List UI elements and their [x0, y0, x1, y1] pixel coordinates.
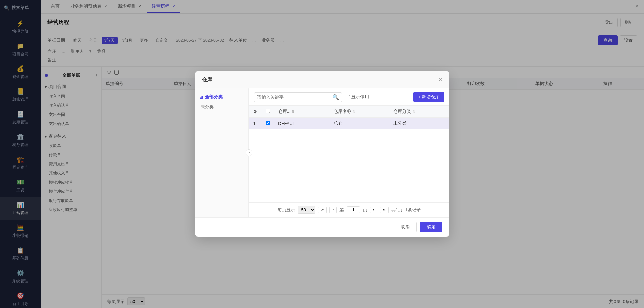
col-checkbox	[262, 106, 274, 118]
show-disabled-input[interactable]	[346, 95, 350, 99]
confirm-button[interactable]: 确定	[420, 222, 442, 232]
category-icon: ⊞	[199, 95, 203, 100]
search-box: 🔍	[254, 92, 342, 102]
cancel-button[interactable]: 取消	[394, 222, 417, 232]
category-title: 全部分类	[205, 94, 223, 100]
warehouse-panel: 🔍 显示停用 + 新增仓库 ⚙	[249, 88, 449, 217]
page-unit: 页	[363, 207, 367, 213]
dialog-title: 仓库	[202, 77, 212, 83]
page-size-label: 每页显示	[277, 207, 295, 213]
dialog-page-size-select[interactable]: 50 100	[298, 206, 315, 214]
dialog-header: 仓库 ×	[195, 71, 449, 88]
total-info: 共1页, 1条记录	[391, 207, 421, 213]
dialog-close-button[interactable]: ×	[439, 76, 442, 83]
last-page-btn[interactable]: »	[380, 207, 389, 213]
add-warehouse-button[interactable]: + 新增仓库	[413, 92, 444, 102]
category-collapse-button[interactable]: 《	[246, 149, 252, 156]
dialog-footer: 取消 确定	[195, 217, 449, 237]
cell-category: 未分类	[389, 118, 449, 129]
col-warehouse-name: 仓库名称 ⇅	[330, 106, 389, 118]
show-disabled-checkbox[interactable]: 显示停用	[346, 94, 369, 100]
warehouse-pagination: 每页显示 50 100 « ‹ 第 页 › » 共1页, 1条记录	[249, 202, 449, 217]
page-input[interactable]	[347, 206, 360, 213]
select-all-warehouse[interactable]	[266, 109, 270, 113]
category-header[interactable]: ⊞ 全部分类	[195, 92, 249, 102]
gear-icon[interactable]: ⚙	[253, 109, 257, 114]
show-disabled-label: 显示停用	[351, 94, 369, 100]
search-input[interactable]	[257, 95, 330, 100]
page-label: 第	[339, 207, 344, 213]
category-item-unclassified[interactable]: 未分类	[195, 102, 249, 112]
col-warehouse-code: 仓库... ⇅	[274, 106, 330, 118]
cell-code: DEFAULT	[274, 118, 330, 129]
dialog-body: ⊞ 全部分类 未分类 《 🔍	[195, 88, 449, 217]
search-icon: 🔍	[332, 94, 339, 100]
dialog-overlay: 仓库 × ⊞ 全部分类 未分类 《	[0, 0, 644, 308]
cell-checkbox	[262, 118, 274, 129]
warehouse-table-container: ⚙ 仓库... ⇅ 仓库名称	[249, 106, 449, 202]
sort-icon-code[interactable]: ⇅	[292, 110, 294, 114]
warehouse-table: ⚙ 仓库... ⇅ 仓库名称	[249, 106, 449, 129]
warehouse-dialog: 仓库 × ⊞ 全部分类 未分类 《	[195, 71, 449, 237]
table-row[interactable]: 1 DEFAULT 总仓 未分类	[249, 118, 449, 129]
cell-no: 1	[249, 118, 262, 129]
category-panel: ⊞ 全部分类 未分类 《	[195, 88, 249, 217]
row-checkbox[interactable]	[266, 121, 270, 125]
sort-icon-name[interactable]: ⇅	[352, 110, 355, 114]
prev-page-btn[interactable]: ‹	[329, 207, 337, 213]
warehouse-toolbar: 🔍 显示停用 + 新增仓库	[249, 88, 449, 106]
first-page-btn[interactable]: «	[318, 207, 327, 213]
cell-name: 总仓	[330, 118, 389, 129]
next-page-btn[interactable]: ›	[370, 207, 377, 213]
col-settings: ⚙	[249, 106, 262, 118]
col-warehouse-category: 仓库分类 ⇅	[389, 106, 449, 118]
sort-icon-category[interactable]: ⇅	[412, 110, 415, 114]
